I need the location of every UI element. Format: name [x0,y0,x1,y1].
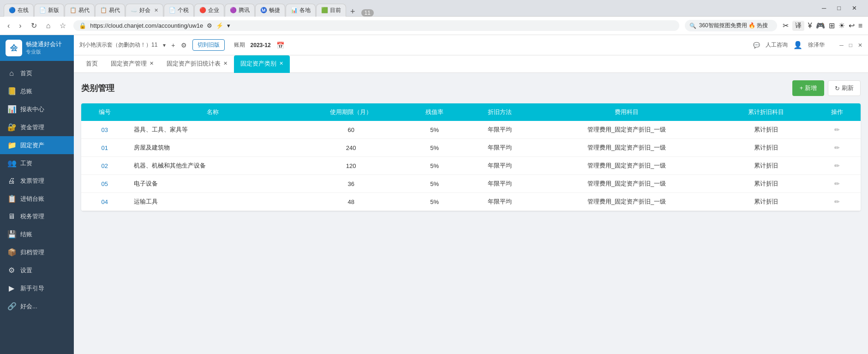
url-bar[interactable]: 🔒 https://cloud.chanjet.com/accounting/u… [73,20,679,31]
browser-tab-yidai1[interactable]: 📋 易代 [65,4,95,17]
forward-button[interactable]: › [17,20,23,32]
edit-button-1[interactable]: ✏ [834,144,840,151]
tab-close-depreciation-stats[interactable]: ✕ [223,60,227,66]
page-title-text: 类别管理 [81,83,114,94]
browser-tab-geshui[interactable]: 📄 个税 [164,4,194,17]
sidebar-item-archive[interactable]: 📦 归档管理 [0,243,74,261]
window-close-icon[interactable]: ✕ [858,42,862,48]
settings-top-icon[interactable]: ⚙ [181,42,187,49]
browser-chrome: 🔵 在线 📄 新版 📋 易代 📋 易代 ☁️ 好会 ✕ 📄 个税 🔴 企业 [0,0,868,17]
refresh-button[interactable]: ↻ 刷新 [828,80,861,96]
sidebar-item-haohui[interactable]: 🔗 好会... [0,297,74,315]
tax-icon: 🖥 [7,212,16,221]
reload-button[interactable]: ↻ [29,19,39,32]
sidebar-item-close[interactable]: 💾 结账 [0,225,74,243]
sidebar-label-ledger: 总账 [20,87,32,96]
sidebar-item-tax[interactable]: 🖥 税务管理 [0,208,74,225]
sidebar-item-funds[interactable]: 🔐 资金管理 [0,118,74,136]
edit-button-3[interactable]: ✏ [834,180,840,187]
window-restore-icon[interactable]: □ [849,42,852,48]
brightness-icon[interactable]: ☀ [838,21,845,30]
cell-name-4: 运输工具 [128,193,297,211]
sidebar-item-guide[interactable]: ▶ 新手引导 [0,279,74,297]
sidebar-item-home[interactable]: ⌂ 首页 [0,65,74,82]
page-title-row: 类别管理 + 新增 ↻ 刷新 [81,80,861,96]
cell-residual-3: 5% [405,175,464,193]
url-dropdown-icon[interactable]: ▾ [227,22,230,29]
currency-icon[interactable]: ¥ [808,22,812,30]
browser-tab-changjie[interactable]: Ⓜ️ 畅捷 [255,4,285,17]
calendar-icon[interactable]: 📅 [276,42,284,49]
sidebar-label-guide: 新手引导 [20,284,44,293]
translate-icon[interactable]: 译 [792,21,804,31]
search-box[interactable]: 🔍 360智能抠图免费用 🔥 热搜 [685,20,777,31]
sidebar-item-payroll[interactable]: 👥 工资 [0,154,74,172]
add-company-icon[interactable]: + [171,42,175,49]
cell-name-3: 电子设备 [128,175,297,193]
add-category-button[interactable]: + 新增 [792,80,824,96]
browser-tab-muqian[interactable]: 🟩 目前 [316,4,346,17]
help-icon[interactable]: 💬 [753,42,760,48]
browser-tab-yidai2[interactable]: 📋 易代 [95,4,125,17]
minimize-icon[interactable]: ─ [818,3,830,13]
cell-months-3: 36 [297,175,405,193]
tab-home[interactable]: 首页 [79,55,104,73]
edit-button-2[interactable]: ✏ [834,162,840,169]
game-icon[interactable]: 🎮 [816,21,825,30]
browser-tab-haohui[interactable]: ☁️ 好会 ✕ [126,4,163,17]
edit-button-0[interactable]: ✏ [834,126,840,133]
tab-close-asset-category[interactable]: ✕ [279,60,283,66]
period-label: 账期 [234,41,245,49]
browser-tab-new[interactable]: 📄 新版 [34,4,64,17]
logo-title: 畅捷通好会计 [26,41,62,48]
grid-icon[interactable]: ⊞ [829,21,835,30]
tab-asset-category[interactable]: 固定资产类别 ✕ [234,55,290,73]
tab-label: 新版 [48,6,59,14]
tab-close-fixed-asset-mgmt[interactable]: ✕ [150,60,154,66]
scissors-icon[interactable]: ✂ [783,21,789,30]
table-row: 04 运输工具 48 5% 年限平均 管理费用_固定资产折旧_一级 累计折旧 ✏ [81,193,861,211]
sidebar-item-settings[interactable]: ⚙ 设置 [0,261,74,279]
browser-tab-qiye[interactable]: 🔴 企业 [194,4,224,17]
home-button[interactable]: ⌂ [44,20,53,32]
col-header-expense: 费用科目 [535,103,718,121]
browser-tab-online[interactable]: 🔵 在线 [4,4,34,17]
cell-code-0: 03 [81,121,128,139]
menu-icon[interactable]: ≡ [858,22,862,30]
main-content: 刘小艳演示套（勿删勿动！）11 ▾ + ⚙ 切到旧版 账期 2023-12 📅 … [74,35,868,354]
sidebar-label-haohui: 好会... [20,302,37,311]
new-tab-button[interactable]: + [347,7,359,17]
edit-button-4[interactable]: ✏ [834,198,840,205]
sidebar-item-purchase-sales[interactable]: 📋 进销台账 [0,190,74,208]
browser-window-controls: ─ □ ✕ [814,3,864,13]
sidebar-item-reports[interactable]: 📊 报表中心 [0,100,74,118]
close-window-icon[interactable]: ✕ [848,3,861,13]
window-minimize-icon[interactable]: ─ [839,42,844,48]
tab-icon: 📄 [39,7,46,13]
cell-code-4: 04 [81,193,128,211]
tab-icon: 📋 [100,7,107,13]
bookmark-button[interactable]: ☆ [58,19,68,32]
cell-action-1: ✏ [814,139,861,157]
cell-months-0: 60 [297,121,405,139]
tab-close-haohui[interactable]: ✕ [154,7,158,13]
switch-to-old-button[interactable]: 切到旧版 [192,39,225,51]
sidebar-item-ledger[interactable]: 📒 总账 [0,82,74,100]
cell-action-4: ✏ [814,193,861,211]
table-row: 03 器具、工具、家具等 60 5% 年限平均 管理费用_固定资产折旧_一级 累… [81,121,861,139]
browser-tab-gedi[interactable]: 📊 各地 [286,4,316,17]
sidebar-item-fixed-assets[interactable]: 📁 固定资产 [0,136,74,154]
back-button[interactable]: ‹ [6,20,12,32]
tab-icon: ☁️ [131,7,138,13]
tab-label: 腾讯 [239,6,250,14]
undo-icon[interactable]: ↩ [849,21,855,30]
fixed-assets-icon: 📁 [7,141,16,150]
maximize-icon[interactable]: □ [833,3,844,13]
tab-fixed-asset-mgmt[interactable]: 固定资产管理 ✕ [104,55,160,73]
browser-tab-tengxun[interactable]: 🟣 腾讯 [225,4,255,17]
table-row: 05 电子设备 36 5% 年限平均 管理费用_固定资产折旧_一级 累计折旧 ✏ [81,175,861,193]
dropdown-icon[interactable]: ▾ [163,42,166,48]
tab-depreciation-stats[interactable]: 固定资产折旧统计表 ✕ [160,55,234,73]
cell-accumulated-2: 累计折旧 [718,157,814,175]
sidebar-item-invoice[interactable]: 🖨 发票管理 [0,172,74,190]
